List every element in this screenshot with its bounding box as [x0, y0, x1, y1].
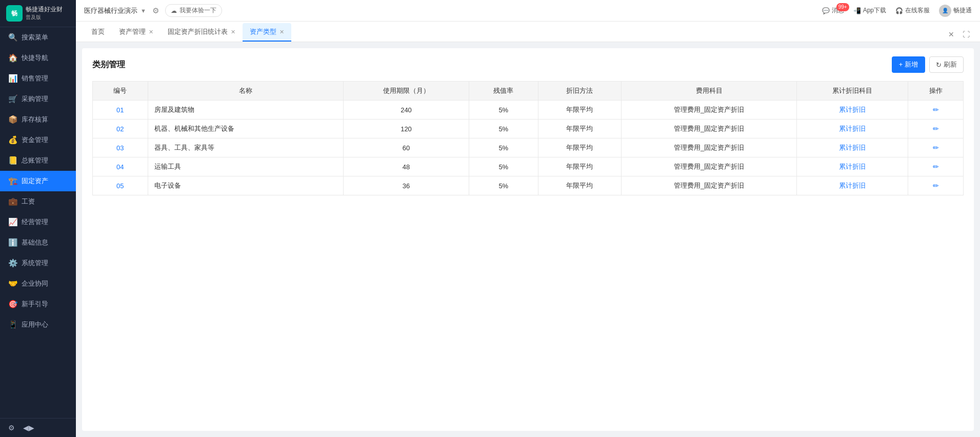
cell-residual: 5%	[469, 120, 538, 138]
sidebar-item-app-center[interactable]: 📱 应用中心	[0, 314, 76, 335]
cell-period: 60	[344, 138, 469, 157]
sidebar-item-general-ledger[interactable]: 📒 总账管理	[0, 150, 76, 171]
search-icon: 🔍	[8, 33, 17, 42]
close-window-icon[interactable]: ✕	[946, 29, 956, 39]
tab-asset-mgmt-label: 资产管理	[119, 27, 146, 36]
user-menu[interactable]: 👤 畅捷通	[939, 5, 972, 17]
cell-method: 年限平均	[538, 101, 621, 120]
sidebar-item-basic-info[interactable]: ℹ️ 基础信息	[0, 232, 76, 253]
cell-operation: ✏	[908, 157, 964, 176]
tab-home[interactable]: 首页	[84, 23, 112, 42]
settings-footer-icon[interactable]: ⚙	[8, 424, 15, 432]
info-icon: ℹ️	[8, 238, 17, 247]
cell-id: 03	[93, 138, 148, 157]
support-icon: 🎧	[895, 7, 903, 14]
app-download-button[interactable]: 📲 App下载	[853, 6, 886, 15]
sidebar-item-fixed-asset[interactable]: 🏗️ 固定资产	[0, 171, 76, 191]
sidebar-item-search[interactable]: 🔍 搜索菜单	[0, 27, 76, 48]
company-selector[interactable]: 医疗器械行业演示 ▼	[84, 6, 146, 15]
tab-depreciation-table[interactable]: 固定资产折旧统计表 ✕	[161, 23, 243, 42]
enterprise-icon: 🤝	[8, 279, 17, 288]
sidebar-item-sys-mgmt[interactable]: ⚙️ 系统管理	[0, 253, 76, 273]
guide-icon: 🎯	[8, 300, 17, 309]
cell-operation: ✏	[908, 120, 964, 138]
sidebar-item-purchase[interactable]: 🛒 采购管理	[0, 89, 76, 109]
settings-icon: ⚙️	[8, 259, 17, 268]
edit-icon[interactable]: ✏	[933, 125, 939, 133]
edit-icon[interactable]: ✏	[933, 163, 939, 171]
app-center-icon: 📱	[8, 320, 17, 329]
cell-accum: 累计折旧	[797, 120, 908, 138]
tab-depreciation-close[interactable]: ✕	[231, 29, 235, 35]
cell-name: 电子设备	[148, 176, 344, 195]
tab-asset-type[interactable]: 资产类型 ✕	[243, 23, 291, 42]
avatar: 👤	[939, 5, 951, 17]
cell-period: 48	[344, 157, 469, 176]
sidebar-item-sales[interactable]: 📊 销售管理	[0, 68, 76, 89]
sidebar-item-label: 快捷导航	[22, 53, 48, 63]
cell-name: 运输工具	[148, 157, 344, 176]
table-row: 02 机器、机械和其他生产设备 120 5% 年限平均 管理费用_固定资产折旧 …	[93, 120, 964, 138]
sidebar-item-guide[interactable]: 🎯 新手引导	[0, 294, 76, 314]
cell-operation: ✏	[908, 138, 964, 157]
capital-icon: 💰	[8, 135, 17, 145]
col-header-operation: 操作	[908, 82, 964, 101]
cell-method: 年限平均	[538, 157, 621, 176]
experience-button[interactable]: ☁ 我要体验一下	[165, 4, 222, 17]
online-support-button[interactable]: 🎧 在线客服	[895, 6, 930, 15]
dropdown-icon: ▼	[141, 8, 146, 14]
sidebar-item-inventory[interactable]: 📦 库存核算	[0, 109, 76, 130]
purchase-icon: 🛒	[8, 94, 17, 104]
cell-id: 05	[93, 176, 148, 195]
cell-residual: 5%	[469, 157, 538, 176]
cell-period: 36	[344, 176, 469, 195]
tab-asset-type-label: 资产类型	[250, 27, 276, 36]
tab-home-label: 首页	[91, 27, 105, 36]
cell-expense: 管理费用_固定资产折旧	[622, 138, 797, 157]
page-body: 类别管理 + 新增 ↻ 刷新 编号 名称 使用期限（月） 残值率 折旧方法 费用…	[82, 48, 974, 431]
sidebar-item-label: 总账管理	[22, 156, 48, 165]
col-header-id: 编号	[93, 82, 148, 101]
sidebar-footer: ⚙ ◀▶	[0, 418, 76, 437]
new-button[interactable]: + 新增	[892, 56, 925, 73]
username-label: 畅捷通	[953, 6, 972, 15]
tab-asset-type-close[interactable]: ✕	[279, 29, 284, 35]
edit-icon[interactable]: ✏	[933, 144, 939, 152]
edit-icon[interactable]: ✏	[933, 182, 939, 190]
col-header-name: 名称	[148, 82, 344, 101]
sidebar-item-label: 销售管理	[22, 74, 48, 83]
sidebar-item-capital[interactable]: 💰 资金管理	[0, 130, 76, 150]
logo-subtitle: 普及版	[26, 14, 63, 21]
page-header: 类别管理 + 新增 ↻ 刷新	[92, 56, 964, 73]
settings-gear-icon[interactable]: ⚙	[152, 6, 159, 15]
collapse-sidebar-icon[interactable]: ◀▶	[23, 424, 34, 432]
cell-accum: 累计折旧	[797, 176, 908, 195]
sidebar-item-quick-nav[interactable]: 🏠 快捷导航	[0, 48, 76, 68]
sidebar-item-ops-mgmt[interactable]: 📈 经营管理	[0, 212, 76, 232]
topbar: 医疗器械行业演示 ▼ ⚙ ☁ 我要体验一下 💬 消息 99+ 📲 App下载 🎧…	[76, 0, 980, 22]
logo-text-block: 畅捷通好业财 普及版	[26, 6, 63, 21]
sidebar-item-label: 基础信息	[22, 238, 48, 247]
cell-method: 年限平均	[538, 120, 621, 138]
sidebar-item-label: 采购管理	[22, 94, 48, 104]
sidebar-item-label: 工资	[22, 197, 35, 206]
logo-icon: 畅	[6, 5, 23, 22]
sidebar-item-salary[interactable]: 💼 工资	[0, 191, 76, 212]
messages-button[interactable]: 💬 消息 99+	[822, 6, 844, 15]
refresh-label: 刷新	[944, 60, 957, 69]
sidebar-item-label: 应用中心	[22, 320, 48, 329]
ops-icon: 📈	[8, 217, 17, 227]
cell-accum: 累计折旧	[797, 157, 908, 176]
edit-icon[interactable]: ✏	[933, 106, 939, 114]
tab-asset-mgmt[interactable]: 资产管理 ✕	[112, 23, 161, 42]
refresh-button[interactable]: ↻ 刷新	[929, 56, 964, 73]
cell-expense: 管理费用_固定资产折旧	[622, 120, 797, 138]
inventory-icon: 📦	[8, 115, 17, 124]
tab-asset-mgmt-close[interactable]: ✕	[149, 29, 153, 35]
cell-period: 120	[344, 120, 469, 138]
table-row: 05 电子设备 36 5% 年限平均 管理费用_固定资产折旧 累计折旧 ✏	[93, 176, 964, 195]
sidebar-item-enterprise[interactable]: 🤝 企业协同	[0, 273, 76, 294]
table-row: 01 房屋及建筑物 240 5% 年限平均 管理费用_固定资产折旧 累计折旧 ✏	[93, 101, 964, 120]
logo-title: 畅捷通好业财	[26, 6, 63, 14]
maximize-window-icon[interactable]: ⛶	[961, 29, 972, 39]
